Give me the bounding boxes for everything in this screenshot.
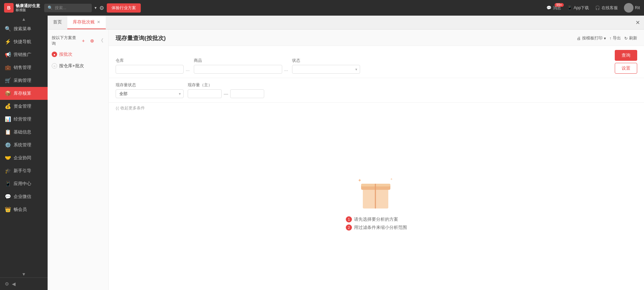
sidebar-item-member[interactable]: 👑 畅会员: [0, 203, 48, 216]
user-name: Rit: [635, 5, 640, 10]
collapse-label: 收起更多条件: [120, 105, 145, 111]
global-close-btn[interactable]: ✕: [631, 16, 644, 29]
scheme-batch[interactable]: ● 按批次: [48, 49, 108, 60]
empty-hint-1: 1 请先选择要分析的方案: [346, 216, 407, 222]
export-icon: ↑: [609, 36, 611, 41]
sidebar-item-enterprise[interactable]: 🤝 企业协同: [0, 151, 48, 164]
sidebar-item-label-wechat: 企业微信: [14, 194, 31, 200]
trial-btn[interactable]: 体验行业方案: [107, 3, 141, 13]
sidebar-item-operation[interactable]: 📊 经营管理: [0, 113, 48, 126]
topbar-right: 💬 消息 99+ 📱 App下载 🎧 在线客服 Rit: [546, 3, 640, 13]
topbar-center: 🔍 搜索... ▾ ⚙ 体验行业方案: [44, 3, 546, 13]
tab-close-icon[interactable]: ✕: [97, 20, 100, 24]
stock-amount-field: 现存量（主） —: [188, 82, 264, 98]
filter-panel-header-actions: + ⊕ 《: [80, 37, 104, 44]
panel-collapse-btn[interactable]: 《: [98, 37, 104, 44]
print-icon: 🖨: [577, 36, 581, 41]
status-select-wrapper: 启用 停用: [292, 65, 360, 74]
page-content: 按以下方案查询 + ⊕ 《 ● 按批次 ○ 按仓库+批次: [48, 30, 644, 290]
tab-home-label: 首页: [53, 19, 62, 25]
print-btn[interactable]: 🖨 按模板打印 ▾: [577, 35, 606, 41]
sidebar-item-apps[interactable]: 📱 应用中心: [0, 177, 48, 190]
scheme-warehouse-batch[interactable]: ○ 按仓库+批次: [48, 60, 108, 72]
settings-btn[interactable]: 设置: [615, 63, 637, 74]
sidebar-item-purchase[interactable]: 🛒 采购管理: [0, 74, 48, 87]
app-download-btn[interactable]: 📱 App下载: [567, 5, 589, 11]
tab-inventory-batch[interactable]: 库存批次账 ✕: [67, 16, 106, 29]
filter-panel-title: 按以下方案查询: [52, 35, 80, 47]
sidebar-item-label-marketing: 营销推广: [14, 52, 31, 58]
status-select[interactable]: 启用 停用: [292, 65, 360, 74]
apps-icon: 📱: [5, 181, 11, 187]
add-scheme-btn[interactable]: +: [80, 37, 87, 44]
sidebar-item-basic[interactable]: 📋 基础信息: [0, 126, 48, 139]
sidebar-item-label-apps: 应用中心: [14, 181, 31, 187]
sidebar-item-label-member: 畅会员: [14, 206, 27, 213]
stock-amount-max[interactable]: [230, 89, 264, 98]
basic-icon: 📋: [5, 129, 11, 135]
sidebar-collapse-btn[interactable]: ◀: [12, 281, 16, 287]
collapse-conditions-btn[interactable]: ⟨⟨ 收起更多条件: [109, 103, 644, 114]
topbar: B 畅康通好生意 标准版 🔍 搜索... ▾ ⚙ 体验行业方案 💬 消息 99+…: [0, 0, 644, 16]
tab-home[interactable]: 首页: [48, 16, 67, 29]
sidebar-item-wechat[interactable]: 💬 企业微信: [0, 190, 48, 203]
goods-input[interactable]: [194, 65, 282, 74]
topbar-search[interactable]: 🔍 搜索...: [44, 4, 92, 12]
sidebar-scroll-up[interactable]: ▲: [0, 16, 48, 22]
finance-icon: 💰: [5, 103, 11, 109]
sidebar-settings-btn[interactable]: ⚙: [5, 281, 9, 287]
online-service-btn[interactable]: 🎧 在线客服: [595, 5, 618, 11]
search-placeholder: 搜索...: [55, 5, 66, 11]
sidebar-item-label-operation: 经营管理: [14, 116, 31, 122]
sidebar-item-search[interactable]: 🔍 搜索菜单: [0, 22, 48, 35]
stock-status-select-wrapper: 全部 有库存 无库存: [116, 89, 184, 98]
stock-amount-min[interactable]: [188, 89, 222, 98]
topbar-dropdown-btn[interactable]: ▾: [95, 5, 97, 10]
warehouse-dots-btn[interactable]: ...: [186, 67, 190, 72]
refresh-label: 刷新: [629, 35, 637, 41]
marketing-icon: 📢: [5, 52, 11, 58]
sidebar-item-marketing[interactable]: 📢 营销推广: [0, 48, 48, 61]
scheme-batch-icon: ●: [52, 52, 57, 57]
messages-badge: 99+: [555, 3, 564, 7]
print-dropdown-icon: ▾: [604, 36, 606, 41]
scheme-warehouse-batch-icon: ○: [52, 63, 57, 69]
sidebar-menu: 🔍 搜索菜单 ⚡ 快捷导航 📢 营销推广 💼 销售管理 🛒 采购管理 📦: [0, 22, 48, 271]
sidebar-scroll-down[interactable]: ▼: [0, 271, 48, 277]
member-icon: 👑: [5, 206, 11, 213]
sidebar-item-guide[interactable]: 🎓 新手引导: [0, 164, 48, 177]
guide-icon: 🎓: [5, 168, 11, 174]
scheme-warehouse-batch-label: 按仓库+批次: [59, 63, 84, 69]
goods-field: 商品 ...: [194, 58, 288, 74]
refresh-icon: ↻: [624, 36, 628, 41]
stock-amount-sep: —: [224, 91, 228, 96]
goods-dots-btn[interactable]: ...: [284, 67, 288, 72]
empty-state: ✦ ✦ 1 请先选择要分析的方案 2 用过滤条件来缩小分析范围: [109, 114, 644, 290]
logo-text: 畅康通好生意 标准版: [16, 3, 40, 12]
export-btn[interactable]: ↑ 导出: [609, 35, 621, 41]
sidebar-item-system[interactable]: ⚙️ 系统管理: [0, 139, 48, 151]
sidebar-item-finance[interactable]: 💰 资金管理: [0, 100, 48, 113]
refresh-btn[interactable]: ↻ 刷新: [624, 35, 637, 41]
empty-hint-2: 2 用过滤条件来缩小分析范围: [346, 224, 407, 231]
tab-inventory-batch-label: 库存批次账: [73, 19, 95, 25]
enterprise-icon: 🤝: [5, 155, 11, 161]
topbar-settings-btn[interactable]: ⚙: [99, 5, 104, 11]
sidebar-item-nav[interactable]: ⚡ 快捷导航: [0, 35, 48, 48]
query-btn[interactable]: 查询: [615, 50, 637, 61]
app-download-label: App下载: [574, 5, 589, 11]
stock-status-select[interactable]: 全部 有库存 无库存: [116, 89, 184, 98]
warehouse-input[interactable]: [116, 65, 184, 74]
sidebar-item-inventory[interactable]: 📦 库存核算: [0, 87, 48, 100]
sidebar-item-label-basic: 基础信息: [14, 129, 31, 135]
messages-btn[interactable]: 💬 消息 99+: [546, 5, 561, 11]
user-avatar-btn[interactable]: Rit: [624, 3, 640, 13]
company-name: 畅康通好生意: [16, 3, 40, 8]
print-label: 按模板打印: [582, 35, 603, 41]
sidebar-item-sales[interactable]: 💼 销售管理: [0, 61, 48, 74]
avatar: [624, 3, 633, 13]
headset-icon: 🎧: [595, 5, 600, 10]
svg-text:✦: ✦: [358, 178, 362, 183]
scheme-settings-btn[interactable]: ⊕: [89, 37, 96, 44]
warehouse-label: 仓库: [116, 58, 190, 64]
